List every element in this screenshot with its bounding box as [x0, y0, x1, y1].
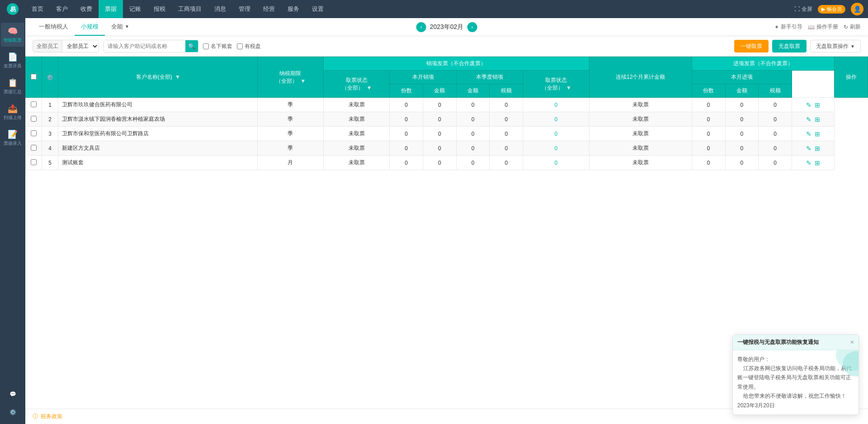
search-button[interactable]: 🔍 [185, 40, 198, 52]
row-checkbox[interactable] [31, 116, 37, 122]
row-customer: 新建区方文具店 [58, 141, 258, 156]
edit-action-icon[interactable]: ✎ [806, 101, 811, 109]
search-input[interactable] [104, 40, 185, 52]
search-wrap: 🔍 [104, 40, 198, 52]
row-month-purchase-amount: 0 [725, 141, 759, 156]
sidebar-item-scan-upload[interactable]: 📤 扫描上传 [1, 100, 24, 124]
upload-icon: 📤 [8, 104, 18, 114]
row-customer: 卫辉市汲水镇下园涧香榆营木种植家庭农场 [58, 112, 258, 127]
tax-policy-link[interactable]: 税务政策 [41, 413, 62, 420]
nav-service[interactable]: 服务 [281, 0, 306, 18]
edit-action-icon[interactable]: ✎ [806, 130, 811, 138]
no-disk-ticket-btn[interactable]: 无盘取票 [772, 40, 807, 52]
row-month-purchase-shares: 0 [692, 98, 725, 112]
sales-status-filter-icon[interactable]: ▼ [367, 85, 371, 89]
sidebar-bottom: 💬 ⚙️ [5, 387, 20, 419]
info-icon: ⓘ [33, 413, 38, 420]
table-row: 2 卫辉市汲水镇下园涧香榆营木种植家庭农场 季 未取票 0 0 0 0 0 未取… [26, 112, 868, 127]
user-avatar[interactable]: 👤 [851, 3, 863, 15]
nav-tax[interactable]: 报税 [147, 0, 172, 18]
sidebar-item-invoice-summary[interactable]: 📋 票据汇总 [1, 74, 24, 98]
detail-action-icon[interactable]: ⊞ [815, 130, 820, 138]
edit-action-icon[interactable]: ✎ [806, 116, 811, 123]
refresh-btn[interactable]: ↻ 刷新 [844, 23, 861, 31]
tab-small-scale[interactable]: 小规模 [75, 19, 105, 36]
nav-business[interactable]: 工商项目 [172, 0, 208, 18]
sidebar-item-intelligent-ticket[interactable]: 🧠 智能取票 [1, 23, 24, 47]
row-month-purchase-shares: 0 [692, 127, 725, 141]
row-cumulative[interactable]: 0 [523, 127, 589, 141]
row-month-sales-shares: 0 [390, 112, 423, 127]
nav-billing[interactable]: 收费 [74, 0, 99, 18]
name-account-checkbox[interactable] [203, 43, 209, 49]
select-all-checkbox[interactable] [31, 74, 37, 80]
chevron-down-icon: ▼ [125, 24, 129, 29]
row-checkbox[interactable] [31, 145, 37, 151]
guide-btn[interactable]: ✦ 新手引导 [774, 23, 802, 31]
tab-general-taxpayer[interactable]: 一般纳税人 [33, 19, 75, 36]
row-cumulative[interactable]: 0 [523, 112, 589, 127]
notification-title: 一键报税与无盘取票功能恢复通知 [737, 338, 819, 346]
row-quarter-sales-amount: 0 [456, 112, 490, 127]
prev-month-btn[interactable]: ‹ [416, 22, 426, 32]
row-quarter-sales-amount: 0 [456, 98, 490, 112]
vip-button[interactable]: ▶ 畅会员 [818, 5, 845, 14]
nav-operation[interactable]: 经营 [257, 0, 281, 18]
sidebar-label-upload: 扫描上传 [4, 115, 22, 120]
detail-action-icon[interactable]: ⊞ [815, 101, 820, 109]
one-click-ticket-btn[interactable]: 一键取票 [734, 40, 769, 52]
row-month-purchase-tax: 0 [759, 156, 792, 170]
row-checkbox[interactable] [31, 101, 37, 107]
tab-all-capable[interactable]: 全能 ▼ [105, 19, 136, 36]
tax-period-filter-icon[interactable]: ▼ [300, 78, 305, 82]
th-purchase-group: 进项发票（不合作废票） [692, 57, 834, 71]
employee-select[interactable]: 全部员工 [62, 40, 99, 52]
notification-close-btn[interactable]: × [850, 338, 854, 346]
detail-action-icon[interactable]: ⊞ [815, 145, 820, 152]
brain-icon: 🧠 [8, 26, 18, 36]
detail-action-icon[interactable]: ⊞ [815, 159, 820, 167]
sidebar-item-invoice-issue[interactable]: 📄 发票开具 [1, 48, 24, 72]
has-tax-checkbox[interactable] [237, 43, 243, 49]
settings-icon[interactable]: ⚙️ [47, 74, 53, 81]
sidebar-chat-btn[interactable]: 💬 [5, 387, 20, 401]
row-sales-status: 未取票 [323, 156, 389, 170]
sidebar-settings-btn[interactable]: ⚙️ [5, 405, 20, 419]
nav-bookkeeping[interactable]: 记账 [123, 0, 147, 18]
name-account-checkbox-label[interactable]: 名下账套 [203, 43, 232, 50]
row-quarter-sales-tax: 0 [490, 98, 523, 112]
purchase-status-filter-icon[interactable]: ▼ [566, 85, 571, 89]
edit-action-icon[interactable]: ✎ [806, 145, 811, 152]
sidebar-label-issue: 发票开具 [4, 63, 22, 69]
nav-management[interactable]: 管理 [232, 0, 257, 18]
nav-message[interactable]: 消息 [208, 0, 232, 18]
th-month-sales: 本月销项 [390, 71, 456, 84]
row-month-sales-shares: 0 [390, 98, 423, 112]
fullscreen-btn[interactable]: ⛶ 全屏 [794, 5, 812, 13]
next-month-btn[interactable]: › [467, 22, 477, 32]
row-sales-status: 未取票 [323, 112, 389, 127]
row-cumulative[interactable]: 0 [523, 141, 589, 156]
customer-filter-icon[interactable]: ▼ [175, 74, 179, 78]
employee-select-label: 全部员工 [33, 40, 62, 52]
nav-invoice[interactable]: 票据 [99, 0, 123, 18]
row-customer: 卫辉市保和堂医药有限公司卫辉路店 [58, 127, 258, 141]
row-cumulative[interactable]: 0 [523, 98, 589, 112]
nav-customer[interactable]: 客户 [50, 0, 74, 18]
sidebar-item-invoice-entry[interactable]: 📝 票据录入 [1, 126, 24, 150]
row-checkbox[interactable] [31, 130, 37, 136]
nav-home[interactable]: 首页 [25, 0, 50, 18]
invoice-table: ⚙️ 客户名称(全部) ▼ 纳税期限 （全部） ▼ 销项发票（不合作废票） 连续… [25, 57, 868, 170]
has-tax-checkbox-label[interactable]: 有税盘 [237, 43, 261, 50]
dropdown-arrow-icon: ▼ [850, 44, 855, 49]
edit-action-icon[interactable]: ✎ [806, 159, 811, 167]
no-disk-operation-btn[interactable]: 无盘取票操作 ▼ [810, 40, 861, 52]
nav-settings[interactable]: 设置 [306, 0, 330, 18]
row-cumulative[interactable]: 0 [523, 156, 589, 170]
row-customer: 卫辉市玖玖健合医药有限公司 [58, 98, 258, 112]
manual-btn[interactable]: 📖 操作手册 [808, 23, 838, 31]
app-logo[interactable]: 易 [5, 1, 21, 17]
detail-action-icon[interactable]: ⊞ [815, 116, 820, 123]
row-checkbox[interactable] [31, 159, 37, 165]
row-actions: ✎ ⊞ [792, 98, 834, 112]
